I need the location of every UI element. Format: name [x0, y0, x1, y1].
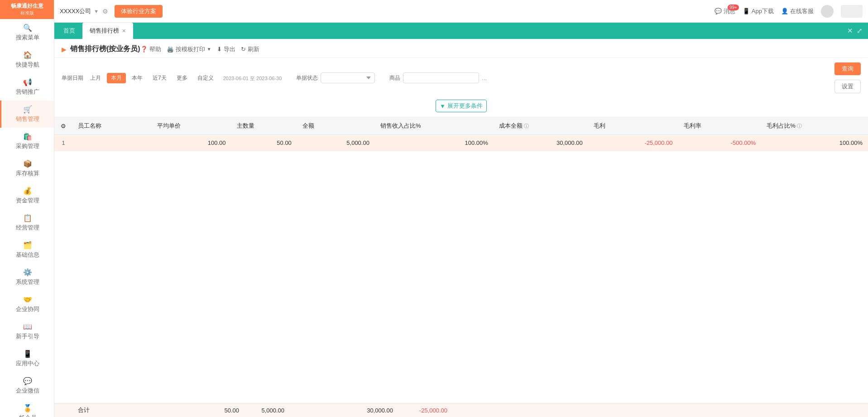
app-download-button[interactable]: 📱 App下载: [743, 7, 774, 15]
footer-avg-price: [154, 407, 199, 413]
sidebar-item-search[interactable]: 🔍 搜索菜单: [0, 19, 54, 46]
member-icon: 🏅: [23, 404, 32, 412]
sidebar-item-marketing[interactable]: 📢 营销推广: [0, 73, 54, 101]
mobile-icon: 📱: [743, 8, 750, 14]
sidebar-item-label: 搜索菜单: [16, 34, 39, 42]
topbar-right: 💬 消息 99+ 📱 App下载 👤 在线客服: [715, 5, 863, 18]
status-select[interactable]: [321, 72, 375, 83]
home-icon: 🏠: [23, 51, 32, 59]
cell-gross: -25,000.00: [588, 135, 678, 151]
company-name: XXXXX公司: [60, 7, 91, 15]
custom-btn[interactable]: 自定义: [193, 73, 218, 83]
tab-sales-rank[interactable]: 销售排行榜 ✕: [82, 23, 133, 39]
inventory-icon: 📦: [23, 159, 32, 168]
guide-icon: 📖: [23, 322, 32, 331]
sidebar-item-quick-nav[interactable]: 🏠 快捷导航: [0, 46, 54, 73]
app-download-label: App下载: [752, 7, 774, 15]
sidebar-item-system[interactable]: ⚙️ 系统管理: [0, 264, 54, 291]
sales-icon: 🛒: [23, 105, 32, 114]
goods-filter-group: 商品 ...: [389, 72, 487, 83]
more-btn[interactable]: 更多: [173, 73, 192, 83]
sidebar-item-label: 企业微信: [16, 387, 39, 395]
sidebar-item-basic[interactable]: 🗂️ 基础信息: [0, 236, 54, 264]
col-settings[interactable]: ⚙: [54, 117, 72, 135]
sidebar-item-label: 快捷导航: [16, 61, 39, 69]
goods-more-icon[interactable]: ...: [482, 75, 487, 81]
curr-year-btn[interactable]: 本年: [128, 73, 147, 83]
goods-filter-label: 商品: [389, 74, 400, 82]
trial-button[interactable]: 体验行业方案: [115, 5, 163, 18]
tab-sales-rank-label: 销售排行榜: [90, 27, 119, 35]
help-icon: ❓: [140, 46, 148, 53]
company-selector[interactable]: XXXXX公司 ▼: [60, 7, 99, 15]
window-maximize-icon[interactable]: ⤢: [857, 27, 863, 35]
tab-close-icon[interactable]: ✕: [122, 28, 126, 34]
help-button[interactable]: ❓ 帮助: [140, 45, 161, 53]
message-button[interactable]: 💬 消息 99+: [715, 7, 735, 15]
window-minimize-icon[interactable]: ✕: [847, 27, 853, 35]
user-avatar[interactable]: [821, 5, 834, 18]
sidebar-item-sales[interactable]: 🛒 销售管理: [0, 101, 54, 128]
sidebar-item-label: 新手引导: [16, 332, 39, 340]
print-dropdown-icon: ▼: [207, 47, 211, 52]
tab-home[interactable]: 首页: [56, 23, 82, 39]
topbar: XXXXX公司 ▼ ⚙ 体验行业方案 💬 消息 99+ 📱 App下载 👤 在线…: [54, 0, 868, 23]
table-footer: 合计 50.00 5,000.00 30,000.00 -25,000.00: [54, 403, 868, 417]
footer-amount: 5,000.00: [245, 404, 290, 417]
print-button[interactable]: 🖨️ 按模板打印 ▼: [167, 45, 211, 53]
col-amount: 全额: [297, 117, 375, 135]
sidebar-item-guide[interactable]: 📖 新手引导: [0, 318, 54, 345]
export-button[interactable]: ⬇ 导出: [217, 45, 235, 53]
goods-input[interactable]: [403, 72, 479, 83]
gross-pct-info-icon: ⓘ: [797, 123, 802, 129]
nav-tab-actions: ✕ ⤢: [847, 27, 866, 35]
col-avg-price: 平均单价: [152, 117, 231, 135]
prev-month-btn[interactable]: 上月: [86, 73, 105, 83]
footer-gross: -25,000.00: [398, 404, 453, 417]
sidebar-item-operation[interactable]: 📋 经营管理: [0, 209, 54, 236]
sidebar-item-inventory[interactable]: 📦 库存核算: [0, 155, 54, 182]
system-icon: ⚙️: [23, 268, 32, 277]
sidebar-item-label: 采购管理: [16, 142, 39, 150]
sidebar-item-label: 应用中心: [16, 359, 39, 368]
message-badge: 99+: [728, 5, 739, 10]
tab-home-label: 首页: [63, 27, 75, 35]
col-gross-rate: 毛利率: [678, 117, 762, 135]
refresh-button[interactable]: ↻ 刷新: [241, 45, 259, 53]
date-filter-group: 单据日期 上月 本月 本年 近7天 更多 自定义: [62, 73, 218, 83]
sidebar-item-finance[interactable]: 💰 资金管理: [0, 182, 54, 209]
user-name-area: [841, 5, 863, 18]
page-title: 销售排行榜(按业务员): [70, 44, 140, 54]
gear-icon[interactable]: ⚙: [102, 8, 108, 15]
sidebar-item-member[interactable]: 🏅 畅会员: [0, 399, 54, 417]
sidebar-item-label: 库存核算: [16, 169, 39, 177]
sidebar-item-wechat[interactable]: 💬 企业微信: [0, 372, 54, 399]
message-icon: 💬: [715, 8, 722, 14]
search-icon: 🔍: [23, 24, 32, 32]
footer-gross-pct: [507, 407, 561, 413]
cost-info-icon: ⓘ: [524, 123, 529, 129]
online-service-button[interactable]: 👤 在线客服: [781, 7, 814, 15]
app-center-icon: 📱: [23, 350, 32, 358]
app-title: 畅康通好生意: [11, 3, 43, 10]
sidebar-item-app-center[interactable]: 📱 应用中心: [0, 345, 54, 372]
query-button[interactable]: 查询: [834, 62, 861, 75]
sidebar-item-collab[interactable]: 🤝 企业协同: [0, 291, 54, 318]
sidebar-item-purchase[interactable]: 🛍️ 采购管理: [0, 128, 54, 155]
collab-icon: 🤝: [23, 295, 32, 304]
settings-button[interactable]: 设置: [834, 80, 861, 93]
col-cost: 成本全额 ⓘ: [494, 117, 588, 135]
expand-more-button[interactable]: ▼ 展开更多条件: [436, 100, 487, 112]
basic-icon: 🗂️: [23, 241, 32, 249]
cell-name: [72, 135, 152, 151]
sidebar-item-label: 系统管理: [16, 278, 39, 286]
company-dropdown-icon[interactable]: ▼: [94, 9, 99, 14]
collapse-filter-icon[interactable]: ▶: [62, 46, 67, 53]
curr-month-btn[interactable]: 本月: [107, 73, 126, 83]
nav-tabs: 首页 销售排行榜 ✕ ✕ ⤢: [54, 23, 868, 39]
expand-label: 展开更多条件: [447, 102, 483, 110]
last7-btn[interactable]: 近7天: [149, 73, 171, 83]
date-range-text: 2023-06-01 至 2023-06-30: [223, 75, 282, 82]
sidebar-logo: 畅康通好生意 标准版: [0, 0, 54, 19]
finance-icon: 💰: [23, 187, 32, 195]
